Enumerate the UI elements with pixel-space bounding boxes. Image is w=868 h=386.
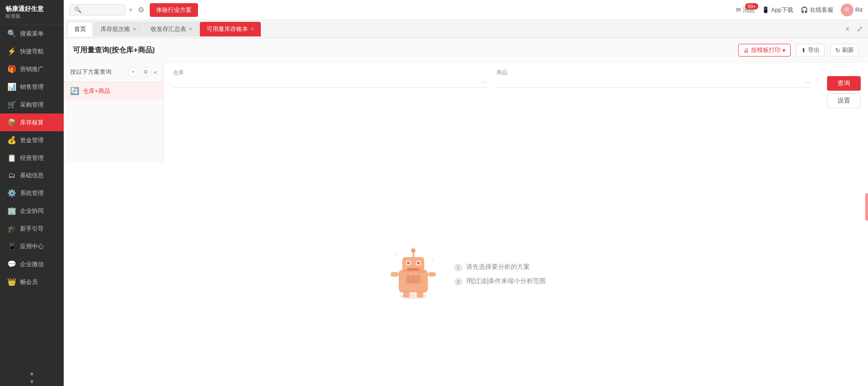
sidebar-scroll-down[interactable]: ▼ bbox=[0, 377, 64, 386]
sidebar-scroll-up[interactable]: ▲ bbox=[0, 369, 64, 377]
warehouse-input-wrapper: ··· bbox=[173, 78, 487, 88]
service-button[interactable]: 🎧 在线客服 bbox=[801, 6, 833, 14]
page-title: 可用量查询(按仓库+商品) bbox=[73, 46, 155, 55]
sidebar-item-marketing[interactable]: 🎁 营销推广 bbox=[0, 60, 64, 78]
brand-name: 畅康通好生意 bbox=[5, 5, 58, 13]
warehouse-label: 仓库 bbox=[173, 69, 487, 77]
step-2-circle: 2 bbox=[454, 278, 462, 286]
content: 可用量查询(按仓库+商品) 🖨 按模板打印 ▾ ⬆ 导出 ↻ 刷新 bbox=[64, 38, 868, 386]
phone-icon: 📱 bbox=[762, 6, 769, 13]
sidebar-item-inventory[interactable]: 📦 库存核算 bbox=[0, 113, 64, 131]
close-window-button[interactable]: × bbox=[843, 23, 851, 35]
sidebar-item-search[interactable]: 🔍 搜索菜单 bbox=[0, 25, 64, 42]
search-icon: 🔍 bbox=[7, 29, 16, 38]
graduate-icon: 🎓 bbox=[7, 224, 16, 233]
app-label: App下载 bbox=[771, 6, 793, 14]
svg-rect-10 bbox=[391, 272, 399, 277]
close-icon[interactable]: × bbox=[133, 26, 136, 32]
brand-sub: 标准版 bbox=[5, 13, 58, 20]
service-label: 在线客服 bbox=[810, 6, 833, 14]
collapse-sidebar-button[interactable]: « bbox=[153, 68, 157, 76]
building-icon: 🏢 bbox=[7, 206, 16, 215]
user-name: Rit bbox=[855, 6, 863, 13]
warehouse-dots[interactable]: ··· bbox=[482, 78, 487, 86]
settings-button[interactable]: 设置 bbox=[827, 93, 861, 108]
search-input[interactable] bbox=[84, 6, 121, 13]
sidebar-item-quick-nav[interactable]: ⚡ 快捷导航 bbox=[0, 42, 64, 60]
chevron-down-icon[interactable]: ▾ bbox=[782, 47, 786, 54]
query-button[interactable]: 查询 bbox=[827, 76, 861, 91]
sidebar-item-newbie[interactable]: 🎓 新手引导 bbox=[0, 220, 64, 237]
close-icon[interactable]: × bbox=[251, 26, 254, 32]
svg-rect-5 bbox=[407, 262, 410, 264]
expand-button[interactable]: ⤢ bbox=[855, 23, 864, 35]
sidebar-item-operation[interactable]: 📋 经营管理 bbox=[0, 149, 64, 167]
headset-icon: 🎧 bbox=[801, 6, 808, 13]
sidebar-item-enterprise[interactable]: 🏢 企业协同 bbox=[0, 202, 64, 220]
tabbar: 首页 库存批次账 × 收发存汇总表 × 可用量库存账本 × × ⤢ bbox=[64, 20, 868, 38]
trial-button[interactable]: 体验行业方案 bbox=[150, 3, 198, 17]
money-icon: 💰 bbox=[7, 136, 16, 144]
tab-receipt-summary[interactable]: 收发存汇总表 × bbox=[144, 22, 199, 36]
sidebar-item-label: 企业微信 bbox=[20, 260, 44, 268]
refresh-button[interactable]: ↻ 刷新 bbox=[830, 44, 859, 57]
topbar-right: ✉ 消息 99+ 📱 App下载 🎧 在线客服 R Rit bbox=[736, 4, 863, 16]
product-input[interactable] bbox=[497, 79, 806, 86]
product-dots[interactable]: ··· bbox=[805, 78, 811, 86]
sidebar-item-app-center[interactable]: 📱 应用中心 bbox=[0, 237, 64, 255]
app-download-button[interactable]: 📱 App下载 bbox=[762, 6, 793, 14]
svg-rect-12 bbox=[403, 291, 410, 298]
sidebar-scroll-area: 🔍 搜索菜单 ⚡ 快捷导航 🎁 营销推广 📊 销售管理 🛒 采购管理 📦 库存核… bbox=[0, 25, 64, 369]
svg-rect-11 bbox=[428, 272, 436, 277]
query-area: 按以下方案查询 + ⚙ « 🔄 仓库+商品 仓库 bbox=[64, 62, 868, 163]
sidebar-item-label: 畅会员 bbox=[20, 278, 38, 286]
lightning-icon: ⚡ bbox=[7, 47, 16, 56]
svg-line-17 bbox=[394, 253, 396, 255]
tabbar-right: × ⤢ bbox=[843, 23, 864, 35]
dropdown-icon[interactable]: ▾ bbox=[129, 6, 132, 13]
avatar: R bbox=[841, 4, 853, 16]
product-filter: 商品 ··· bbox=[497, 69, 811, 88]
message-button[interactable]: ✉ 消息 99+ bbox=[736, 6, 755, 14]
search-icon: 🔍 bbox=[74, 6, 81, 13]
sidebar-item-member[interactable]: 👑 畅会员 bbox=[0, 273, 64, 291]
crown-icon: 👑 bbox=[7, 278, 16, 286]
print-button[interactable]: 🖨 按模板打印 ▾ bbox=[738, 44, 791, 57]
user-menu[interactable]: R Rit bbox=[841, 4, 863, 16]
tab-available-stock[interactable]: 可用量库存账本 × bbox=[200, 22, 261, 36]
scheme-item-warehouse-product[interactable]: 🔄 仓库+商品 bbox=[64, 82, 163, 100]
sidebar-item-wecom[interactable]: 💬 企业微信 bbox=[0, 255, 64, 273]
sidebar-item-label: 企业协同 bbox=[20, 207, 44, 215]
main: 🔍 ▾ ⚙ 体验行业方案 ✉ 消息 99+ 📱 App下载 🎧 在线客服 R R… bbox=[64, 0, 868, 386]
sidebar-item-sales[interactable]: 📊 销售管理 bbox=[0, 78, 64, 96]
warehouse-input[interactable] bbox=[173, 79, 482, 86]
query-filters: 仓库 ··· 商品 ··· bbox=[164, 62, 820, 163]
sidebar-item-purchase[interactable]: 🛒 采购管理 bbox=[0, 96, 64, 113]
export-button[interactable]: ⬆ 导出 bbox=[796, 44, 825, 57]
tab-home[interactable]: 首页 bbox=[67, 22, 93, 36]
sidebar-item-basic[interactable]: 🗂 基础信息 bbox=[0, 167, 64, 184]
close-icon[interactable]: × bbox=[189, 26, 192, 32]
settings-icon[interactable]: ⚙ bbox=[136, 4, 146, 16]
print-icon: 🖨 bbox=[743, 47, 749, 54]
empty-state: 1 请先选择要分析的方案 2 用[过滤]条件来缩小分析范围 bbox=[64, 163, 868, 386]
svg-line-18 bbox=[431, 259, 433, 261]
query-sidebar-actions: + ⚙ « bbox=[128, 67, 157, 77]
refresh-label: 刷新 bbox=[842, 46, 854, 54]
chat-icon: 💬 bbox=[7, 260, 16, 268]
add-scheme-button[interactable]: + bbox=[128, 67, 138, 77]
sidebar-item-system[interactable]: ⚙️ 系统管理 bbox=[0, 184, 64, 202]
settings-scheme-button[interactable]: ⚙ bbox=[141, 67, 151, 77]
sidebar-item-label: 采购管理 bbox=[20, 101, 44, 109]
step-1-circle: 1 bbox=[454, 263, 462, 272]
file-icon: 🗂 bbox=[7, 171, 16, 180]
svg-point-9 bbox=[411, 248, 416, 253]
gear-icon: ⚙️ bbox=[7, 189, 16, 197]
svg-rect-13 bbox=[417, 291, 423, 298]
topbar-search-box[interactable]: 🔍 bbox=[69, 4, 126, 15]
message-badge: 99+ bbox=[745, 3, 758, 10]
tab-batch-account[interactable]: 库存批次账 × bbox=[94, 22, 143, 36]
tab-label: 可用量库存账本 bbox=[207, 25, 248, 33]
sidebar-item-finance[interactable]: 💰 资金管理 bbox=[0, 131, 64, 149]
export-label: 导出 bbox=[808, 46, 820, 54]
